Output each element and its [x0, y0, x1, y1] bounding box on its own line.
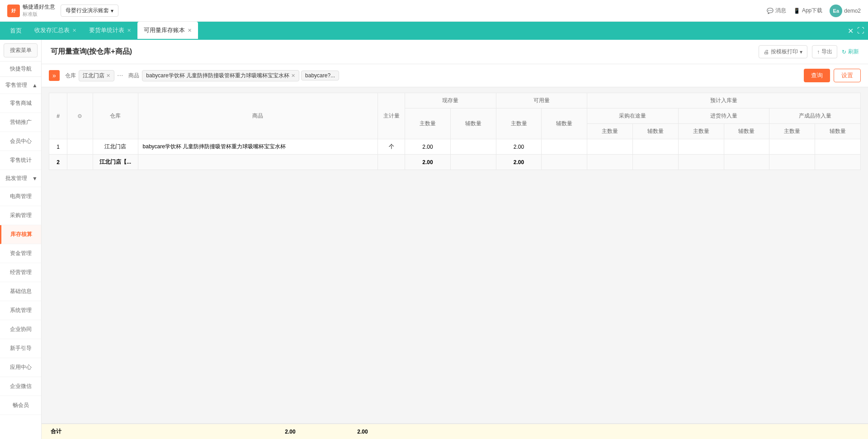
- tab-keyongliang[interactable]: 可用量库存账本 ✕: [137, 22, 198, 40]
- filter-actions: 查询 设置: [804, 69, 861, 82]
- tab-close-icon[interactable]: ✕: [72, 28, 76, 33]
- sidebar-item-zero-retail-mgmt[interactable]: 零售管理 ▲: [0, 77, 41, 94]
- user-menu[interactable]: Ea demo2: [830, 5, 861, 17]
- table-row-subtotal: 2 江北门店【... 2.00 2.00: [49, 155, 861, 170]
- row2-no: 2: [49, 155, 67, 170]
- data-table: # ⚙ 仓库 商品 主计量 现存量 可用量 预计入库量 主数量 辅数量: [49, 93, 861, 170]
- col-stock-header: 现存量: [405, 93, 496, 109]
- setting-btn[interactable]: 设置: [834, 69, 861, 82]
- app-download-btn[interactable]: 📱 App下载: [793, 7, 822, 14]
- sidebar-label: 资金管理: [10, 250, 32, 257]
- product-tag-2[interactable]: babycare?...: [301, 71, 339, 80]
- product-tag-2-text: babycare?...: [305, 72, 335, 79]
- sidebar-label: 新手引导: [10, 345, 32, 352]
- username-label: demo2: [844, 8, 861, 14]
- query-btn-label: 查询: [811, 72, 823, 79]
- message-icon: 💬: [767, 8, 774, 14]
- warehouse-filter-label: 仓库: [65, 72, 76, 80]
- warehouse-tag[interactable]: 江北门店 ✕: [79, 70, 114, 81]
- sidebar-label: 系统管理: [10, 307, 32, 314]
- col-stock-main: 主数量: [405, 109, 451, 139]
- col-settings[interactable]: ⚙: [67, 93, 93, 139]
- sidebar-label: 应用中心: [10, 363, 32, 371]
- message-btn[interactable]: 💬 消息: [767, 7, 786, 14]
- row2-avail-main: 2.00: [496, 155, 542, 170]
- tab-home[interactable]: 首页: [4, 22, 28, 40]
- sidebar-label: 采购管理: [10, 212, 32, 219]
- chevron-icon: ▲: [32, 82, 38, 89]
- sidebar-item-system-mgmt[interactable]: 系统管理: [0, 301, 41, 320]
- sidebar-label: 经营管理: [10, 269, 32, 276]
- warehouse-more-icon[interactable]: ···: [117, 71, 123, 80]
- sidebar-search-btn[interactable]: 搜索菜单: [4, 43, 38, 57]
- tab-shoufa[interactable]: 收发存汇总表 ✕: [28, 22, 83, 40]
- sidebar-item-purchase-mgmt[interactable]: 采购管理: [0, 206, 41, 225]
- sidebar-item-marketing-promo[interactable]: 营销推广: [0, 113, 41, 132]
- row1-inc-main: [678, 139, 724, 155]
- row2-avail-aux: [542, 155, 587, 170]
- warehouse-tag-close-icon[interactable]: ✕: [106, 73, 110, 79]
- tab-yaohuo[interactable]: 要货单统计表 ✕: [83, 22, 137, 40]
- content-area: 可用量查询(按仓库+商品) 🖨 按模板打印 ▾ ↑ 导出 ↻ 刷新: [42, 40, 868, 439]
- sidebar-item-member-center[interactable]: 会员中心: [0, 132, 41, 151]
- sidebar-item-retail-stats[interactable]: 零售统计: [0, 151, 41, 170]
- col-finished-header: 产成品待入量: [769, 109, 861, 124]
- sidebar-item-finance-mgmt[interactable]: 资金管理: [0, 244, 41, 263]
- query-btn[interactable]: 查询: [804, 69, 830, 82]
- table-area: # ⚙ 仓库 商品 主计量 现存量 可用量 预计入库量 主数量 辅数量: [42, 87, 868, 423]
- avatar-text: Ea: [833, 8, 839, 14]
- refresh-btn[interactable]: ↻ 刷新: [842, 48, 859, 56]
- row1-product: babycare学饮杯 儿童防摔防撞吸管杯重力球吸嘴杯宝宝水杯: [138, 139, 377, 155]
- row1-pt-aux: [632, 139, 678, 155]
- sidebar-item-member-vip[interactable]: 畅会员: [0, 396, 41, 415]
- col-product-header: 商品: [138, 93, 377, 139]
- table-footer: 合计 2.00 2.00: [42, 423, 868, 439]
- sidebar-item-enterprise-collab[interactable]: 企业协同: [0, 320, 41, 339]
- sidebar-item-quick-nav[interactable]: 快捷导航: [0, 61, 41, 77]
- col-no: #: [49, 93, 67, 139]
- sidebar-label: 企业协同: [10, 326, 32, 333]
- sidebar-item-ops-mgmt[interactable]: 经营管理: [0, 263, 41, 282]
- nav-tabs: 首页 收发存汇总表 ✕ 要货单统计表 ✕ 可用量库存账本 ✕ ✕ ⛶: [0, 22, 868, 40]
- tab-close-icon[interactable]: ✕: [127, 28, 131, 33]
- col-incoming-main: 主数量: [678, 124, 724, 139]
- product-tags-container: babycare学饮杯 儿童防摔防撞吸管杯重力球吸嘴杯宝宝水杯 ✕ babyca…: [142, 70, 339, 81]
- sidebar-item-inventory-check[interactable]: 库存核算: [0, 225, 41, 244]
- sidebar-label: 零售商城: [10, 99, 32, 107]
- filter-bar: » 仓库 江北门店 ✕ ··· 商品 babycare学饮杯 儿童防摔防撞吸管杯…: [42, 64, 868, 87]
- sidebar-item-wholesale-mgmt[interactable]: 批发管理 ▼: [0, 170, 41, 187]
- sidebar-label: 库存核算: [10, 231, 32, 238]
- sidebar-item-basic-info[interactable]: 基础信息: [0, 282, 41, 301]
- col-purchase-main: 主数量: [587, 124, 633, 139]
- expand-icon[interactable]: ⛶: [857, 27, 864, 35]
- sidebar-item-retail-mall[interactable]: 零售商城: [0, 94, 41, 113]
- export-label: 导出: [821, 48, 832, 56]
- product-tag-1-close-icon[interactable]: ✕: [291, 73, 295, 79]
- sidebar-item-app-center[interactable]: 应用中心: [0, 358, 41, 377]
- template-print-btn[interactable]: 🖨 按模板打印 ▾: [759, 45, 807, 58]
- tab-label: 可用量库存账本: [144, 26, 185, 34]
- industry-label: 母婴行业演示账套: [66, 7, 109, 14]
- warehouse-filter-group: 仓库 江北门店 ✕ ···: [65, 70, 123, 81]
- col-avail-main: 主数量: [496, 109, 542, 139]
- product-tag-1[interactable]: babycare学饮杯 儿童防摔防撞吸管杯重力球吸嘴杯宝宝水杯 ✕: [142, 70, 299, 81]
- template-print-label: 按模板打印: [771, 48, 798, 56]
- row2-settings: [67, 155, 93, 170]
- sidebar-item-new-guide[interactable]: 新手引导: [0, 339, 41, 358]
- settings-icon[interactable]: ⚙: [77, 113, 82, 119]
- sidebar-item-ecommerce-mgmt[interactable]: 电商管理: [0, 187, 41, 206]
- row1-no: 1: [49, 139, 67, 155]
- close-window-icon[interactable]: ✕: [848, 27, 854, 35]
- main-layout: 搜索菜单 快捷导航 零售管理 ▲ 零售商城 营销推广 会员中心 零售统计 批发管…: [0, 40, 868, 439]
- tab-close-icon[interactable]: ✕: [188, 28, 192, 33]
- sidebar-item-enterprise-wechat[interactable]: 企业微信: [0, 377, 41, 396]
- export-btn[interactable]: ↑ 导出: [812, 45, 837, 58]
- col-finished-aux: 辅数量: [815, 124, 861, 139]
- filter-expand-btn[interactable]: »: [49, 70, 60, 81]
- col-incoming-header: 进货待入量: [678, 109, 769, 124]
- page-header-actions: 🖨 按模板打印 ▾ ↑ 导出 ↻ 刷新: [759, 45, 859, 58]
- industry-select[interactable]: 母婴行业演示账套 ▾: [61, 5, 118, 17]
- chevron-down-icon: ▾: [800, 49, 802, 55]
- col-available-header: 可用量: [496, 93, 587, 109]
- row1-stock-main: 2.00: [405, 139, 451, 155]
